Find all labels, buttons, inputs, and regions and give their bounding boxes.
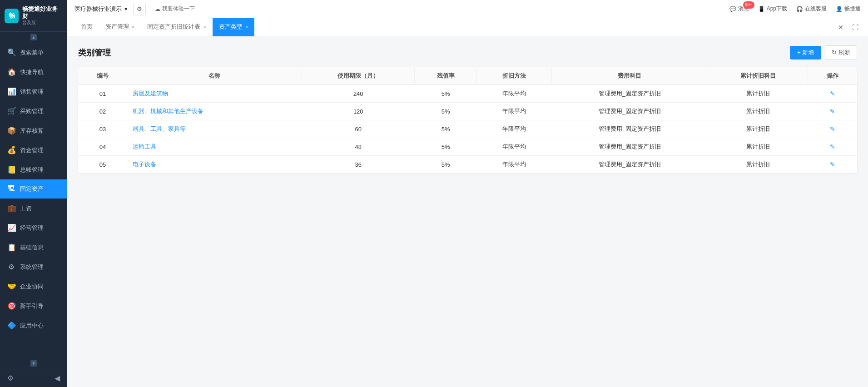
tab-asset-type[interactable]: 资产类型× bbox=[213, 18, 254, 36]
tab-close-asset-mgmt[interactable]: × bbox=[132, 24, 134, 30]
app-icon: 📱 bbox=[758, 6, 765, 12]
table-body: 01房屋及建筑物2405%年限平均管理费用_固定资产折旧累计折旧✎02机器、机械… bbox=[78, 85, 857, 174]
sidebar-scroll-up[interactable]: ▲ bbox=[30, 34, 37, 40]
sidebar-item-purchase[interactable]: 🛒 采购管理 bbox=[0, 101, 67, 121]
table-cell: 240 bbox=[302, 85, 415, 103]
table-cell: 48 bbox=[302, 138, 415, 156]
table-cell: 5% bbox=[415, 85, 477, 103]
tabs-bar: 首页资产管理×固定资产折旧统计表×资产类型× ✕ ⛶ bbox=[67, 18, 868, 36]
operations-icon: 📈 bbox=[7, 223, 15, 232]
app-subtitle: 普及版 bbox=[22, 20, 63, 26]
table-cell[interactable]: ✎ bbox=[808, 85, 857, 103]
table-cell: 年限平均 bbox=[477, 85, 552, 103]
sidebar-item-operations[interactable]: 📈 经营管理 bbox=[0, 218, 67, 238]
user-btn[interactable]: 👤 畅捷通 bbox=[836, 5, 861, 13]
sidebar-label-system: 系统管理 bbox=[20, 263, 44, 271]
table-cell: 5% bbox=[415, 138, 477, 156]
sidebar-item-inventory[interactable]: 📦 库存核算 bbox=[0, 121, 67, 140]
table-cell[interactable]: ✎ bbox=[808, 156, 857, 174]
tab-asset-mgmt[interactable]: 资产管理× bbox=[99, 18, 141, 36]
sidebar-item-fixed-assets[interactable]: 🏗 固定资产 bbox=[0, 179, 67, 198]
edit-icon[interactable]: ✎ bbox=[830, 161, 835, 168]
table-cell: 累计折旧 bbox=[708, 138, 808, 156]
table-cell: 管理费用_固定资产折旧 bbox=[551, 156, 708, 174]
close-tab-btn[interactable]: ✕ bbox=[835, 22, 846, 33]
sidebar-label-guide: 新手引导 bbox=[20, 302, 44, 310]
table: 编号名称使用期限（月）残值率折旧方法费用科目累计折旧科目操作 01房屋及建筑物2… bbox=[78, 67, 857, 173]
tab-close-depreciation-table[interactable]: × bbox=[203, 24, 206, 30]
edit-icon[interactable]: ✎ bbox=[830, 90, 835, 97]
table-cell: 5% bbox=[415, 103, 477, 120]
page-header: 类别管理 + 新增 ↻ 刷新 bbox=[78, 45, 857, 60]
table-cell: 年限平均 bbox=[477, 103, 552, 120]
table-cell: 管理费用_固定资产折旧 bbox=[551, 138, 708, 156]
sidebar-item-quick-nav[interactable]: 🏠 快捷导航 bbox=[0, 62, 67, 82]
edit-icon[interactable]: ✎ bbox=[830, 108, 835, 115]
main-area: 医疗器械行业演示 ▾ ⚙ ☁ 我要体验一下 💬 消息 99+ 📱 App下载 🎧… bbox=[67, 0, 868, 387]
edit-icon[interactable]: ✎ bbox=[830, 125, 835, 133]
experience-label: 我要体验一下 bbox=[162, 5, 195, 13]
experience-btn[interactable]: ☁ 我要体验一下 bbox=[155, 5, 195, 13]
sidebar-label-capital: 资金管理 bbox=[20, 146, 44, 154]
tab-label-depreciation-table: 固定资产折旧统计表 bbox=[147, 23, 200, 31]
sidebar-label-purchase: 采购管理 bbox=[20, 107, 44, 115]
table-cell: 管理费用_固定资产折旧 bbox=[551, 103, 708, 120]
app-label: App下载 bbox=[767, 5, 787, 13]
col-header: 编号 bbox=[78, 67, 127, 85]
table-cell: 器具、工具、家具等 bbox=[127, 120, 302, 138]
system-icon: ⚙ bbox=[7, 263, 15, 271]
sidebar-item-capital[interactable]: 💰 资金管理 bbox=[0, 140, 67, 160]
service-label: 在线客服 bbox=[805, 5, 827, 13]
table-cell[interactable]: ✎ bbox=[808, 138, 857, 156]
message-btn[interactable]: 💬 消息 99+ bbox=[729, 5, 749, 13]
table-cell: 02 bbox=[78, 103, 127, 120]
new-btn[interactable]: + 新增 bbox=[790, 46, 821, 60]
expand-tab-btn[interactable]: ⛶ bbox=[850, 22, 861, 33]
sidebar-item-sales[interactable]: 📊 销售管理 bbox=[0, 82, 67, 101]
col-header: 累计折旧科目 bbox=[708, 67, 808, 85]
sidebar-item-system[interactable]: ⚙ 系统管理 bbox=[0, 257, 67, 277]
table-row: 05电子设备365%年限平均管理费用_固定资产折旧累计折旧✎ bbox=[78, 156, 857, 174]
ledger-icon: 📒 bbox=[7, 165, 15, 174]
sidebar-item-app-center[interactable]: 🔷 应用中心 bbox=[0, 316, 67, 335]
collapse-icon[interactable]: ◀ bbox=[55, 374, 60, 382]
sidebar-label-enterprise: 企业协同 bbox=[20, 283, 44, 291]
table-cell: 管理费用_固定资产折旧 bbox=[551, 85, 708, 103]
app-download-btn[interactable]: 📱 App下载 bbox=[758, 5, 787, 13]
sidebar-item-basic-info[interactable]: 📋 基础信息 bbox=[0, 238, 67, 257]
tab-depreciation-table[interactable]: 固定资产折旧统计表× bbox=[141, 18, 212, 36]
sidebar-item-search[interactable]: 🔍 搜索菜单 bbox=[0, 43, 67, 62]
table-cell: 累计折旧 bbox=[708, 103, 808, 120]
sidebar-item-payroll[interactable]: 💼 工资 bbox=[0, 198, 67, 218]
sales-icon: 📊 bbox=[7, 87, 15, 96]
topbar: 医疗器械行业演示 ▾ ⚙ ☁ 我要体验一下 💬 消息 99+ 📱 App下载 🎧… bbox=[67, 0, 868, 18]
table-cell: 累计折旧 bbox=[708, 85, 808, 103]
table-cell[interactable]: ✎ bbox=[808, 103, 857, 120]
user-icon: 👤 bbox=[836, 6, 843, 12]
table-header: 编号名称使用期限（月）残值率折旧方法费用科目累计折旧科目操作 bbox=[78, 67, 857, 85]
tab-close-asset-type[interactable]: × bbox=[245, 24, 248, 30]
col-header: 折旧方法 bbox=[477, 67, 552, 85]
edit-icon[interactable]: ✎ bbox=[830, 143, 835, 150]
topbar-settings-btn[interactable]: ⚙ bbox=[133, 3, 146, 15]
sidebar-item-ledger[interactable]: 📒 总账管理 bbox=[0, 160, 67, 179]
tab-home[interactable]: 首页 bbox=[74, 18, 99, 36]
message-badge: 99+ bbox=[743, 1, 754, 9]
sidebar-scroll-down[interactable]: ▼ bbox=[30, 360, 37, 367]
app-title: 畅捷通好业务财 bbox=[22, 5, 63, 20]
refresh-btn[interactable]: ↻ 刷新 bbox=[825, 45, 857, 60]
page-title: 类别管理 bbox=[78, 47, 111, 58]
table-cell: 累计折旧 bbox=[708, 120, 808, 138]
table-cell: 机器、机械和其他生产设备 bbox=[127, 103, 302, 120]
table-cell[interactable]: ✎ bbox=[808, 120, 857, 138]
table-cell: 60 bbox=[302, 120, 415, 138]
message-icon: 💬 bbox=[729, 6, 736, 12]
service-btn[interactable]: 🎧 在线客服 bbox=[796, 5, 827, 13]
company-selector[interactable]: 医疗器械行业演示 ▾ bbox=[74, 5, 128, 13]
table-cell: 年限平均 bbox=[477, 138, 552, 156]
settings-icon[interactable]: ⚙ bbox=[7, 374, 14, 382]
sidebar-item-enterprise[interactable]: 🤝 企业协同 bbox=[0, 277, 67, 296]
service-icon: 🎧 bbox=[796, 6, 803, 12]
sidebar-item-guide[interactable]: 🎯 新手引导 bbox=[0, 296, 67, 316]
user-label: 畅捷通 bbox=[844, 5, 861, 13]
